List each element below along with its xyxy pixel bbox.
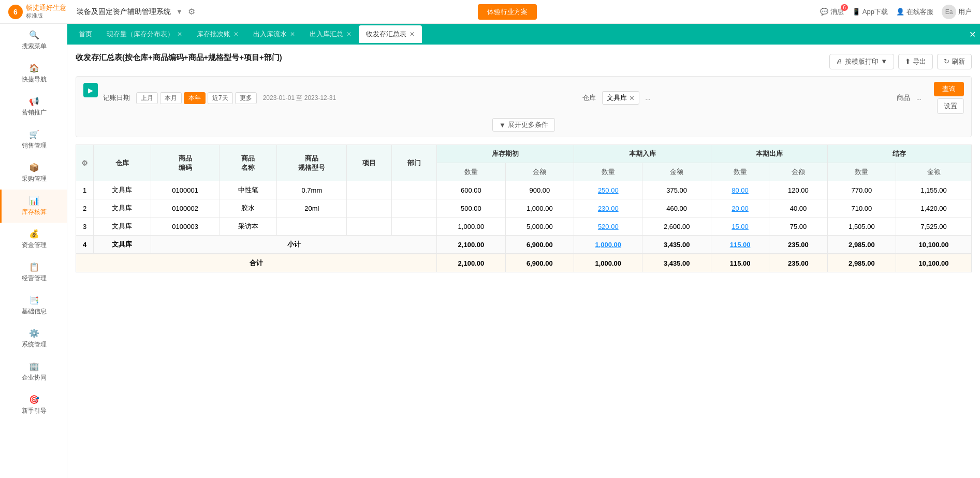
- expand-btn[interactable]: ▼ 展开更多条件: [492, 118, 555, 132]
- tab-bar-close[interactable]: ✕: [969, 30, 976, 39]
- cell-bal-amt: 7,525.00: [896, 218, 972, 236]
- cell-in-qty[interactable]: 520.00: [574, 218, 642, 236]
- cell-out-qty[interactable]: 15.00: [711, 218, 769, 236]
- cell-index: 2: [76, 199, 94, 218]
- refresh-button[interactable]: ↻ 刷新: [937, 54, 972, 69]
- tab-stock-dist-close[interactable]: ✕: [177, 31, 182, 38]
- tab-inout-summary-close[interactable]: ✕: [346, 31, 352, 38]
- export-button[interactable]: ⬆ 导出: [898, 54, 933, 69]
- cell-bal-amt: 1,420.00: [896, 199, 972, 218]
- sidebar-item-enterprise[interactable]: 🏢 企业协同: [0, 355, 67, 388]
- settings-button[interactable]: 设置: [937, 98, 964, 114]
- subtotal-in-qty[interactable]: 1,000.00: [574, 236, 642, 254]
- app-download-item[interactable]: 📱 App下载: [852, 7, 888, 17]
- page-content: 收发存汇总表(按仓库+商品编码+商品+规格型号+项目+部门) 🖨 按模版打印 ▼…: [67, 45, 980, 478]
- query-button[interactable]: 查询: [934, 82, 964, 96]
- user-item[interactable]: Ea 用户: [942, 5, 972, 19]
- tab-receive-summary-close[interactable]: ✕: [409, 31, 415, 38]
- subtotal-bal-qty: 2,985.00: [827, 236, 896, 254]
- print-label: 按模版打印: [845, 57, 879, 66]
- date-btn-this-month[interactable]: 本月: [160, 92, 182, 104]
- cell-bal-amt: 1,155.00: [896, 181, 972, 199]
- page-title: 收发存汇总表(按仓库+商品编码+商品+规格型号+项目+部门): [76, 53, 282, 63]
- subtotal-warehouse: 文具库: [94, 236, 151, 254]
- sidebar-item-operation[interactable]: 📋 经营管理: [0, 256, 67, 289]
- tab-batch-ledger-close[interactable]: ✕: [233, 31, 239, 38]
- total-in-amt: 3,435.00: [642, 254, 711, 272]
- table-settings-icon[interactable]: ⚙: [81, 159, 88, 167]
- sidebar-label-inventory: 库存核算: [22, 208, 47, 216]
- cell-dept: [392, 181, 437, 199]
- date-btn-this-year[interactable]: 本年: [184, 92, 206, 104]
- sidebar-item-finance[interactable]: 💰 资金管理: [0, 223, 67, 256]
- app-download-label: App下载: [862, 7, 888, 17]
- online-service-item[interactable]: 👤 在线客服: [896, 7, 933, 17]
- cell-code: 0100001: [151, 181, 219, 199]
- tab-inout-flow-label: 出入库流水: [253, 30, 287, 39]
- refresh-icon: ↻: [944, 57, 949, 65]
- service-icon: 👤: [896, 8, 904, 16]
- date-btn-7days[interactable]: 近7天: [208, 92, 233, 104]
- system-title: 装备及固定资产辅助管理系统: [77, 7, 171, 17]
- tab-batch-ledger[interactable]: 库存批次账 ✕: [189, 25, 246, 43]
- cell-out-amt: 120.00: [769, 181, 827, 199]
- sidebar-item-inventory[interactable]: 📊 库存核算: [0, 190, 67, 223]
- cell-in-amt: 2,600.00: [642, 218, 711, 236]
- warehouse-tag-close[interactable]: ✕: [629, 94, 635, 102]
- total-init-amt: 6,900.00: [505, 254, 574, 272]
- tab-batch-ledger-label: 库存批次账: [197, 30, 230, 39]
- subtotal-out-qty[interactable]: 115.00: [711, 236, 769, 254]
- print-button[interactable]: 🖨 按模版打印 ▼: [829, 54, 894, 69]
- sidebar-item-purchase[interactable]: 📦 采购管理: [0, 156, 67, 190]
- sidebar-item-system[interactable]: ⚙️ 系统管理: [0, 322, 67, 355]
- goods-more[interactable]: ...: [916, 94, 922, 102]
- sidebar-item-guide[interactable]: 🎯 新手引导: [0, 388, 67, 422]
- warehouse-tag-text: 文具库: [607, 93, 627, 103]
- sidebar-item-search[interactable]: 🔍 搜索菜单: [0, 24, 67, 57]
- table-row: 2 文具库 0100002 胶水 20ml 500.00 1,000.00 23…: [76, 199, 972, 218]
- warehouse-more[interactable]: ...: [646, 94, 651, 102]
- sidebar-label-enterprise: 企业协同: [22, 373, 47, 382]
- expand-label: 展开更多条件: [508, 120, 548, 129]
- tab-inout-flow-close[interactable]: ✕: [290, 31, 295, 38]
- filter-expand-arrow[interactable]: ▶: [83, 83, 98, 97]
- finance-icon: 💰: [29, 229, 39, 239]
- sidebar-label-system: 系统管理: [22, 340, 47, 349]
- tab-inout-summary[interactable]: 出入库汇总 ✕: [302, 25, 359, 43]
- tab-home[interactable]: 首页: [71, 25, 99, 43]
- tab-stock-dist[interactable]: 现存量（库存分布表） ✕: [99, 25, 189, 43]
- sidebar-label-sales: 销售管理: [22, 141, 47, 150]
- trial-button[interactable]: 体验行业方案: [478, 4, 537, 20]
- settings-icon[interactable]: ⚙: [188, 7, 195, 17]
- table-row: 1 文具库 0100001 中性笔 0.7mm 600.00 900.00 25…: [76, 181, 972, 199]
- date-shortcuts: 上月 本月 本年 近7天 更多: [136, 92, 257, 104]
- sidebar-item-marketing[interactable]: 📢 营销推广: [0, 90, 67, 123]
- sidebar-item-quick-nav[interactable]: 🏠 快捷导航: [0, 57, 67, 90]
- th-settings: ⚙: [76, 145, 94, 181]
- print-dropdown-icon: ▼: [881, 57, 887, 65]
- warehouse-label: 仓库: [582, 93, 596, 103]
- cell-out-amt: 75.00: [769, 218, 827, 236]
- cell-in-qty[interactable]: 250.00: [574, 181, 642, 199]
- cell-out-qty[interactable]: 80.00: [711, 181, 769, 199]
- total-row: 合计 2,100.00 6,900.00 1,000.00 3,435.00 1…: [76, 254, 972, 272]
- sidebar-item-basic[interactable]: 📑 基础信息: [0, 289, 67, 322]
- enterprise-icon: 🏢: [29, 361, 39, 371]
- total-out-qty: 115.00: [711, 254, 769, 272]
- tab-inout-flow[interactable]: 出入库流水 ✕: [246, 25, 302, 43]
- sidebar-item-sales[interactable]: 🛒 销售管理: [0, 123, 67, 156]
- cell-init-amt: 900.00: [505, 181, 574, 199]
- cell-name: 中性笔: [220, 181, 277, 199]
- tab-receive-summary-label: 收发存汇总表: [366, 30, 406, 39]
- tab-receive-summary[interactable]: 收发存汇总表 ✕: [359, 25, 422, 43]
- tab-home-label: 首页: [79, 30, 92, 39]
- date-btn-last-month[interactable]: 上月: [136, 92, 158, 104]
- cell-in-qty[interactable]: 230.00: [574, 199, 642, 218]
- messages-item[interactable]: 💬 消息 6: [820, 7, 844, 17]
- cell-out-qty[interactable]: 20.00: [711, 199, 769, 218]
- th-in-qty: 数量: [574, 163, 642, 181]
- th-period-init: 库存期初: [437, 145, 574, 163]
- cell-dept: [392, 218, 437, 236]
- date-btn-more[interactable]: 更多: [235, 92, 257, 104]
- dropdown-arrow-icon[interactable]: ▼: [176, 8, 183, 16]
